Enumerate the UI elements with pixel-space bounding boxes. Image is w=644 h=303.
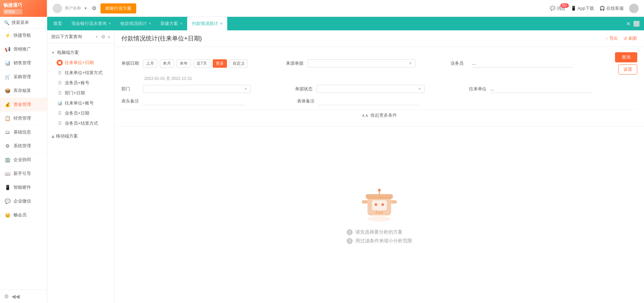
empty-hint-1: 1 请先选择要分析的方案	[347, 229, 412, 235]
guide-icon: 📖	[4, 170, 11, 177]
tab-new-scheme[interactable]: 新建方案 ×	[156, 17, 187, 30]
collapse-label: 收起更多条件	[371, 112, 397, 118]
sidebar-item-hardware[interactable]: 📱 智能硬件	[0, 181, 47, 194]
message-icon: 💬	[550, 6, 555, 11]
svg-point-4	[375, 203, 377, 206]
sidebar-item-guide[interactable]: 📖 新手引导	[0, 167, 47, 181]
trial-button[interactable]: 体验行业方案	[100, 3, 136, 13]
collapse-filter-btn[interactable]: ∧∧ 收起更多条件	[121, 109, 637, 121]
sidebar-nav: ⚡ 快捷导航 📢 营销推广 📊 销售管理 🛒 采购管理 📦 库存核算 💰 资金管…	[0, 29, 47, 290]
sidebar-item-marketing[interactable]: 📢 营销推广	[0, 42, 47, 56]
user-info[interactable]: 用户名称 ▼	[53, 4, 88, 13]
tab-payment-stats-close[interactable]: ×	[220, 21, 223, 26]
voucher-status-select[interactable]: ▼	[317, 85, 425, 93]
scheme-group-desktop-title[interactable]: ▼ 电脑端方案	[47, 48, 114, 58]
tab-collection-stats-close[interactable]: ×	[149, 21, 151, 26]
scheme-item-icon: ☰	[57, 110, 63, 116]
scheme-item-dept-date[interactable]: ☰ 部门+日期	[47, 88, 114, 98]
tab-bank-flow[interactable]: 现金银行流水查询 ×	[67, 17, 116, 30]
date-btn-7days[interactable]: 近7天	[194, 59, 210, 68]
sidebar-item-vip[interactable]: 👑 畅会员	[0, 208, 47, 222]
scheme-collapse-icon[interactable]: «	[108, 34, 110, 39]
settings-bottom-icon[interactable]: ⚙	[4, 293, 9, 300]
body-remark-input[interactable]	[319, 97, 420, 105]
enterprise-icon: 🏢	[4, 156, 11, 163]
collapse-up-icon: ∧∧	[362, 113, 369, 118]
collapse-sidebar-icon[interactable]: ◀◀	[11, 293, 20, 300]
sidebar-item-finance[interactable]: 💰 资金管理	[0, 98, 47, 112]
marketing-icon: 📢	[4, 46, 11, 53]
user-avatar-right[interactable]	[629, 4, 639, 13]
scheme-item-salesman-account[interactable]: ☰ 业务员+账号	[47, 78, 114, 88]
scheme-item-partner-date[interactable]: 往来单位+日期	[47, 58, 114, 68]
online-service-btn[interactable]: 🎧 在线客服	[599, 5, 624, 11]
chart-icon: 📊	[57, 100, 63, 106]
date-btn-last-month[interactable]: 上月	[143, 59, 157, 68]
scheme-group-mobile-title[interactable]: ▶ 移动端方案	[47, 131, 114, 141]
refresh-icon: ↺	[623, 36, 627, 41]
tab-bank-flow-close[interactable]: ×	[109, 21, 111, 26]
source-voucher-select[interactable]: ▼	[308, 59, 415, 67]
tab-new-scheme-close[interactable]: ×	[180, 21, 182, 26]
date-btn-custom[interactable]: 自定义	[230, 59, 248, 68]
sidebar-item-basic-info[interactable]: 🗂 基础信息	[0, 125, 47, 139]
sidebar-item-purchase[interactable]: 🛒 采购管理	[0, 70, 47, 84]
search-menu[interactable]: 🔍 搜索菜单	[0, 17, 47, 29]
sales-icon: 📊	[4, 60, 11, 66]
scheme-tree: ▼ 电脑端方案 往来单位+日期 ☰ 往来单位+结算方式 ☰ 业务员+账号	[47, 43, 114, 303]
tab-payment-stats[interactable]: 付款情况统计 ×	[187, 17, 227, 30]
page-header-actions: ↑ 导出 ↺ 刷新	[606, 35, 638, 41]
page-header: 付款情况统计(往来单位+日期) ↑ 导出 ↺ 刷新	[115, 30, 644, 47]
sidebar-item-operations[interactable]: 📋 经营管理	[0, 112, 47, 125]
filter-col-source: 来源单据 ▼	[286, 59, 445, 67]
export-label: 导出	[609, 35, 618, 41]
scheme-item-partner-account[interactable]: 📊 往来单位+账号	[47, 98, 114, 108]
settings-button[interactable]: 设置	[618, 64, 637, 74]
desktop-group-label: 电脑端方案	[57, 50, 79, 56]
date-btn-this-month[interactable]: 本月	[160, 59, 174, 68]
sidebar-item-quick-nav[interactable]: ⚡ 快捷导航	[0, 29, 47, 42]
filter-area: 单据日期 上月 本月 本年 近7天 更多 自定义 来源单据	[115, 47, 644, 127]
scheme-settings-icon[interactable]: ⚙	[101, 34, 106, 39]
filter-action-col: 查询 设置	[615, 52, 637, 74]
filter-col-dept: 部门 ▼	[121, 85, 290, 93]
content-area: 付款情况统计(往来单位+日期) ↑ 导出 ↺ 刷新	[115, 30, 644, 303]
sidebar-item-system[interactable]: ⚙ 系统管理	[0, 139, 47, 153]
svg-rect-3	[372, 200, 387, 210]
svg-rect-9	[362, 200, 368, 204]
scheme-group-desktop: ▼ 电脑端方案 往来单位+日期 ☰ 往来单位+结算方式 ☰ 业务员+账号	[47, 46, 114, 130]
salesman-label: 业务员	[450, 60, 469, 66]
sidebar-item-sales[interactable]: 📊 销售管理	[0, 56, 47, 70]
export-btn[interactable]: ↑ 导出	[606, 35, 618, 41]
date-btn-more[interactable]: 更多	[213, 59, 227, 68]
partner-input[interactable]	[491, 85, 592, 93]
hint-num-2: 2	[347, 238, 353, 244]
sidebar-item-inventory[interactable]: 📦 库存核算	[0, 84, 47, 98]
salesman-input[interactable]	[472, 59, 573, 67]
date-btn-this-year[interactable]: 本年	[177, 59, 191, 68]
scheme-panel-header-left: 按以下方案查询	[51, 34, 82, 40]
date-label: 单据日期	[121, 60, 140, 66]
scheme-add-icon[interactable]: ＋	[94, 34, 99, 40]
query-button[interactable]: 查询	[615, 52, 637, 62]
sidebar-item-enterprise[interactable]: 🏢 企业协同	[0, 153, 47, 167]
tab-home[interactable]: 首页	[49, 17, 67, 30]
sidebar-item-weixin[interactable]: 💬 企业微信	[0, 194, 47, 208]
app-download-btn[interactable]: 📱 App下载	[571, 5, 594, 11]
search-menu-label: 搜索菜单	[11, 20, 29, 26]
scheme-item-partner-settle[interactable]: ☰ 往来单位+结算方式	[47, 68, 114, 78]
topbar-gear-icon[interactable]: ⚙	[92, 5, 96, 11]
maximize-window-icon[interactable]: ⬜	[633, 21, 640, 27]
scheme-item-salesman-settle[interactable]: ☰ 业务员+结算方式	[47, 118, 114, 128]
close-window-icon[interactable]: ✕	[626, 21, 631, 27]
messages-btn[interactable]: 💬 消息 99+	[550, 5, 565, 11]
dept-select[interactable]: ▼	[143, 85, 251, 93]
refresh-btn[interactable]: ↺ 刷新	[623, 35, 637, 41]
tab-collection-stats[interactable]: 收款情况统计 ×	[116, 17, 156, 30]
header-remark-input[interactable]	[143, 97, 244, 105]
sidebar-item-label: 企业微信	[13, 198, 31, 204]
tab-collection-stats-label: 收款情况统计	[120, 21, 147, 27]
empty-illustration	[359, 183, 400, 224]
scheme-item-label: 部门+日期	[65, 90, 85, 96]
scheme-item-salesman-date[interactable]: ☰ 业务员+日期	[47, 108, 114, 118]
